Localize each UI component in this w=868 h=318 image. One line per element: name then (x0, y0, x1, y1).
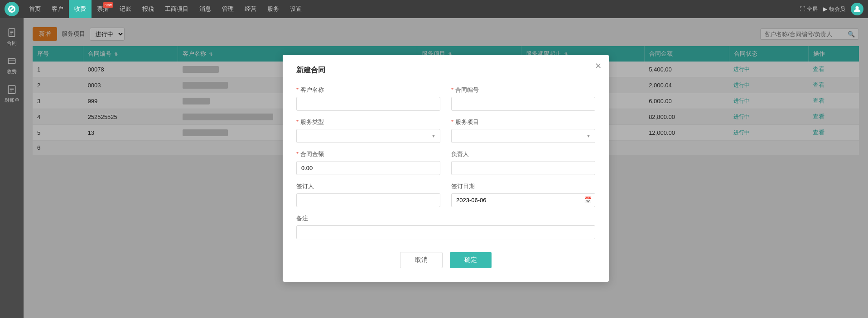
nav-message[interactable]: 消息 (194, 0, 217, 18)
nav-items: 首页 客户 收费 票据 new 记账 报税 工商项目 消息 管理 经营 服务 设… (24, 0, 800, 18)
vip-button[interactable]: ▶ 畅会员 (823, 5, 845, 13)
service-item-select[interactable] (451, 129, 595, 143)
contract-no-input[interactable] (451, 97, 595, 111)
sidebar-item-income[interactable]: 收费 (0, 51, 24, 80)
nav-manage[interactable]: 管理 (217, 0, 239, 18)
service-type-label: 服务类型 (296, 118, 440, 126)
confirm-button[interactable]: 确定 (450, 252, 492, 268)
form-row-service-item: 服务项目 (451, 118, 595, 143)
service-type-select[interactable] (296, 129, 440, 143)
content-area: 新增 服务项目 进行中 已完成 全部 🔍 序号 合同编号⇅ 客户名称⇅ 服务项目… (24, 18, 868, 318)
person-in-charge-label: 负责人 (451, 150, 595, 158)
form-row-sign-date: 签订日期 📅 (451, 182, 595, 207)
form-row-service-type: 服务类型 (296, 118, 440, 143)
top-nav: 首页 客户 收费 票据 new 记账 报税 工商项目 消息 管理 经营 服务 设… (0, 0, 868, 18)
sidebar: 合同 收费 对账单 (0, 18, 24, 318)
svg-rect-5 (8, 59, 15, 64)
reconcile-icon (6, 84, 17, 95)
remarks-input[interactable] (296, 225, 595, 239)
calendar-icon[interactable]: 📅 (584, 196, 592, 204)
modal-close-button[interactable]: ✕ (595, 61, 602, 71)
nav-tax[interactable]: 报税 (137, 0, 159, 18)
nav-home[interactable]: 首页 (24, 0, 46, 18)
modal-footer: 取消 确定 (296, 252, 595, 268)
nav-invoice[interactable]: 收费 (69, 0, 92, 18)
sidebar-item-reconcile[interactable]: 对账单 (0, 80, 24, 108)
customer-name-label: 客户名称 (296, 86, 440, 94)
new-badge: new (103, 2, 113, 8)
nav-ticket[interactable]: 票据 new (92, 0, 114, 18)
nav-service[interactable]: 服务 (262, 0, 285, 18)
avatar[interactable] (851, 3, 863, 15)
sidebar-item-contract[interactable]: 合同 (0, 23, 24, 51)
form-row-person-in-charge: 负责人 (451, 150, 595, 175)
form-row-contract-no: 合同编号 (451, 86, 595, 111)
nav-customer[interactable]: 客户 (46, 0, 69, 18)
signer-input[interactable] (296, 193, 440, 207)
fullscreen-icon: ⛶ (800, 6, 805, 12)
new-contract-modal: ✕ 新建合同 客户名称 合同编号 服务类型 (283, 55, 609, 282)
form-row-customer-name: 客户名称 (296, 86, 440, 111)
amount-input[interactable] (296, 161, 440, 175)
signer-label: 签订人 (296, 182, 440, 190)
service-item-label: 服务项目 (451, 118, 595, 126)
income-icon (6, 56, 17, 66)
nav-setting[interactable]: 设置 (285, 0, 307, 18)
modal-overlay: ✕ 新建合同 客户名称 合同编号 服务类型 (24, 18, 868, 318)
form-grid: 客户名称 合同编号 服务类型 (296, 86, 595, 239)
form-row-signer: 签订人 (296, 182, 440, 207)
vip-icon: ▶ (823, 6, 827, 12)
amount-label: 合同金额 (296, 150, 440, 158)
main-layout: 合同 收费 对账单 新增 服务项目 进行中 已完成 全部 (0, 18, 868, 318)
service-type-wrapper (296, 129, 440, 143)
cancel-button[interactable]: 取消 (400, 252, 443, 268)
sign-date-input[interactable] (451, 193, 595, 207)
sign-date-label: 签订日期 (451, 182, 595, 190)
remarks-label: 备注 (296, 214, 595, 223)
modal-title: 新建合同 (296, 66, 595, 75)
fullscreen-button[interactable]: ⛶ 全屏 (800, 5, 818, 13)
person-in-charge-input[interactable] (451, 161, 595, 175)
form-row-amount: 合同金额 (296, 150, 440, 175)
nav-bizproject[interactable]: 工商项目 (159, 0, 194, 18)
form-row-remarks: 备注 (296, 214, 595, 239)
nav-right: ⛶ 全屏 ▶ 畅会员 (800, 3, 863, 15)
app-logo (5, 2, 19, 16)
sign-date-wrapper: 📅 (451, 193, 595, 207)
service-item-wrapper (451, 129, 595, 143)
contract-no-label: 合同编号 (451, 86, 595, 94)
contract-icon (6, 27, 17, 38)
customer-name-input[interactable] (296, 97, 440, 111)
nav-operation[interactable]: 经营 (239, 0, 262, 18)
svg-point-0 (855, 6, 858, 9)
nav-account[interactable]: 记账 (114, 0, 137, 18)
